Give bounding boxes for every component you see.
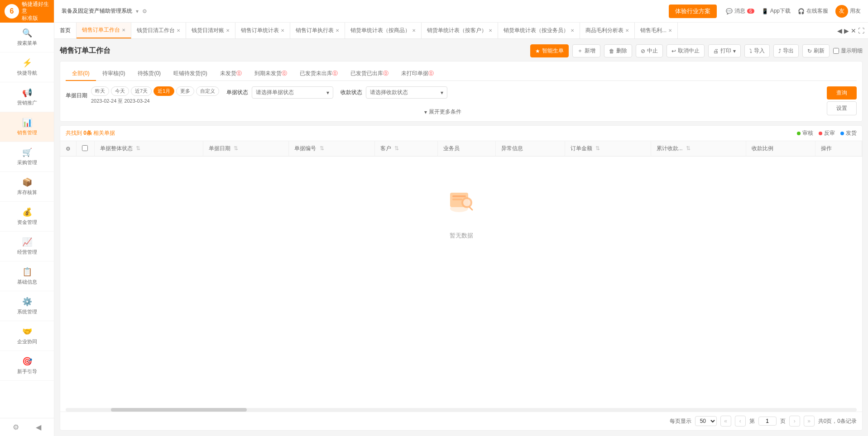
sidebar-item-purchase[interactable]: 🛒 采购管理 bbox=[0, 142, 54, 172]
close-icon[interactable]: ✕ bbox=[625, 28, 629, 33]
filter-tab-not-shipped[interactable]: 未发货⓪ bbox=[214, 67, 248, 81]
tab-cash-reconcile[interactable]: 钱货日清对账 ✕ bbox=[186, 23, 235, 38]
show-detail-checkbox-label[interactable]: 显示明细 bbox=[833, 47, 863, 55]
tab-sales-stats[interactable]: 销售订单统计表 ✕ bbox=[235, 23, 290, 38]
close-icon[interactable]: ✕ bbox=[281, 28, 284, 33]
tab-sales-workbench[interactable]: 销售订单工作台 ✕ bbox=[77, 23, 131, 38]
filter-tab-overdue[interactable]: 到期未发货⓪ bbox=[248, 67, 293, 81]
cancel-stop-button[interactable]: ↩ 取消中止 bbox=[667, 44, 705, 57]
online-service-action[interactable]: 🎧 在线客服 bbox=[798, 7, 828, 15]
col-date[interactable]: 单据日期 ⇅ bbox=[203, 141, 289, 156]
sidebar-item-base[interactable]: 📋 基础信息 bbox=[0, 261, 54, 291]
sidebar-item-system[interactable]: ⚙️ 系统管理 bbox=[0, 291, 54, 321]
col-received[interactable]: 累计收款... ⇅ bbox=[651, 141, 746, 156]
prev-page-btn[interactable]: ‹ bbox=[735, 416, 746, 427]
close-icon[interactable]: ✕ bbox=[122, 28, 125, 33]
tab-sales-summary-customer[interactable]: 销货单统计表（按客户） ✕ bbox=[422, 23, 498, 38]
date-pill-more[interactable]: 更多 bbox=[176, 86, 194, 96]
close-icon[interactable]: ✕ bbox=[412, 28, 416, 33]
review-action-btn[interactable]: 审核 bbox=[797, 129, 813, 137]
filter-tab-shipped-not-out[interactable]: 已发货未出库⓪ bbox=[293, 67, 344, 81]
tab-next-btn[interactable]: ▶ bbox=[844, 27, 849, 34]
payment-select[interactable]: 请选择收款状态 ▾ bbox=[366, 86, 447, 99]
close-icon[interactable]: ✕ bbox=[489, 28, 492, 33]
user-action[interactable]: 友 用友 bbox=[835, 5, 861, 18]
expand-conditions-btn[interactable]: ▾ 展开更多条件 bbox=[66, 108, 820, 116]
refresh-button[interactable]: ↻ 刷新 bbox=[802, 44, 830, 57]
tab-sales-exec[interactable]: 销售订单执行表 ✕ bbox=[290, 23, 345, 38]
sidebar-item-finance[interactable]: 💰 资金管理 bbox=[0, 202, 54, 232]
sidebar-item-quicknav[interactable]: ⚡ 快捷导航 bbox=[0, 52, 54, 82]
first-page-btn[interactable]: « bbox=[720, 416, 731, 427]
sidebar-item-enterprise[interactable]: 🤝 企业协同 bbox=[0, 321, 54, 351]
horizontal-scrollbar[interactable] bbox=[66, 408, 857, 412]
last-page-btn[interactable]: » bbox=[804, 416, 815, 427]
col-amount[interactable]: 订单金额 ⇅ bbox=[565, 141, 651, 156]
set-button[interactable]: 设置 bbox=[827, 101, 857, 115]
tab-sales-more[interactable]: 销售毛利... ✕ bbox=[635, 23, 678, 38]
tab-home[interactable]: 首页 bbox=[54, 23, 77, 38]
col-status[interactable]: 单据整体状态 ⇅ bbox=[95, 141, 203, 156]
stop-button[interactable]: ⊘ 中止 bbox=[636, 44, 663, 57]
close-icon[interactable]: ✕ bbox=[571, 28, 574, 33]
tab-close-all-btn[interactable]: ✕ bbox=[851, 27, 856, 34]
app-download-action[interactable]: 📱 App下载 bbox=[762, 7, 791, 15]
filter-tab-shipped-out[interactable]: 已发货已出库⓪ bbox=[344, 67, 395, 81]
col-number[interactable]: 单据编号 ⇅ bbox=[289, 141, 375, 156]
date-pill-yesterday[interactable]: 昨天 bbox=[91, 86, 109, 96]
page-input[interactable] bbox=[758, 417, 777, 426]
close-icon[interactable]: ✕ bbox=[226, 28, 230, 33]
date-pill-custom[interactable]: 自定义 bbox=[196, 86, 219, 96]
col-customer[interactable]: 客户 ⇅ bbox=[374, 141, 437, 156]
tab-prev-btn[interactable]: ◀ bbox=[837, 27, 842, 34]
collapse-btn[interactable]: ◀ bbox=[36, 423, 41, 431]
col-settings[interactable]: ⚙ bbox=[60, 141, 77, 156]
tab-cash-daily[interactable]: 钱货日清工作台 ✕ bbox=[131, 23, 186, 38]
tab-fullscreen-btn[interactable]: ⛶ bbox=[858, 27, 864, 34]
close-icon[interactable]: ✕ bbox=[177, 28, 180, 33]
sidebar-item-inventory[interactable]: 📦 库存核算 bbox=[0, 172, 54, 202]
stop-label: 中止 bbox=[647, 47, 658, 55]
sidebar-item-operation[interactable]: 📈 经营管理 bbox=[0, 232, 54, 261]
dropdown-arrow[interactable]: ▾ bbox=[136, 8, 139, 14]
filter-tab-not-printed[interactable]: 未打印单据⓪ bbox=[395, 67, 440, 81]
show-detail-checkbox[interactable] bbox=[833, 48, 839, 54]
print-button[interactable]: 🖨 打印 ▾ bbox=[708, 44, 741, 57]
date-pill-7days[interactable]: 近7天 bbox=[131, 86, 152, 96]
filter-tab-pending-review[interactable]: 待审核(0) bbox=[96, 67, 132, 81]
gear-icon[interactable]: ⚙ bbox=[142, 8, 147, 14]
next-page-btn[interactable]: › bbox=[789, 416, 800, 427]
message-action[interactable]: 💬 消息 6 bbox=[726, 7, 754, 15]
logo: 6 畅捷通好生意 标准版 bbox=[0, 0, 54, 23]
sidebar-item-newbie[interactable]: 🎯 新手引导 bbox=[0, 351, 54, 381]
smart-create-button[interactable]: ★ 智能生单 bbox=[530, 44, 569, 57]
per-page-select[interactable]: 50 bbox=[695, 416, 717, 426]
tab-sales-summary-product[interactable]: 销货单统计表（按商品） ✕ bbox=[345, 23, 422, 38]
filter-tab-all[interactable]: 全部(0) bbox=[66, 67, 96, 81]
sidebar-item-sales[interactable]: 📊 销售管理 bbox=[0, 112, 54, 142]
close-icon[interactable]: ✕ bbox=[668, 28, 672, 33]
filter-tab-wangpu[interactable]: 旺铺待发货(0) bbox=[167, 67, 214, 81]
date-pill-today[interactable]: 今天 bbox=[111, 86, 129, 96]
solution-button[interactable]: 体验行业方案 bbox=[669, 5, 717, 18]
anti-review-action-btn[interactable]: 反审 bbox=[819, 129, 835, 137]
stop-icon: ⊘ bbox=[641, 48, 645, 54]
status-filter: 单据状态 请选择单据状态 ▾ bbox=[226, 86, 333, 99]
ship-action-btn[interactable]: 发货 bbox=[840, 129, 857, 137]
status-select[interactable]: 请选择单据状态 ▾ bbox=[252, 86, 333, 99]
query-button[interactable]: 查询 bbox=[827, 86, 857, 100]
settings-bottom-btn[interactable]: ⚙ bbox=[13, 423, 19, 431]
filter-tab-pending-inspect[interactable]: 待拣货(0) bbox=[131, 67, 167, 81]
scrollbar-thumb[interactable] bbox=[111, 408, 247, 412]
export-button[interactable]: ⤴ 导出 bbox=[773, 44, 799, 57]
date-pill-1month[interactable]: 近1月 bbox=[153, 86, 174, 96]
select-all-checkbox[interactable] bbox=[82, 145, 88, 151]
sidebar-item-search[interactable]: 🔍 搜索菜单 bbox=[0, 23, 54, 52]
tab-product-margin[interactable]: 商品毛利分析表 ✕ bbox=[580, 23, 635, 38]
import-button[interactable]: ⤵ 导入 bbox=[744, 44, 770, 57]
add-button[interactable]: ＋ 新增 bbox=[572, 44, 600, 57]
sidebar-item-marketing[interactable]: 📢 营销推广 bbox=[0, 82, 54, 112]
close-icon[interactable]: ✕ bbox=[336, 28, 339, 33]
delete-button[interactable]: 🗑 删除 bbox=[604, 44, 632, 57]
tab-sales-summary-staff[interactable]: 销货单统计表（按业务员） ✕ bbox=[498, 23, 580, 38]
